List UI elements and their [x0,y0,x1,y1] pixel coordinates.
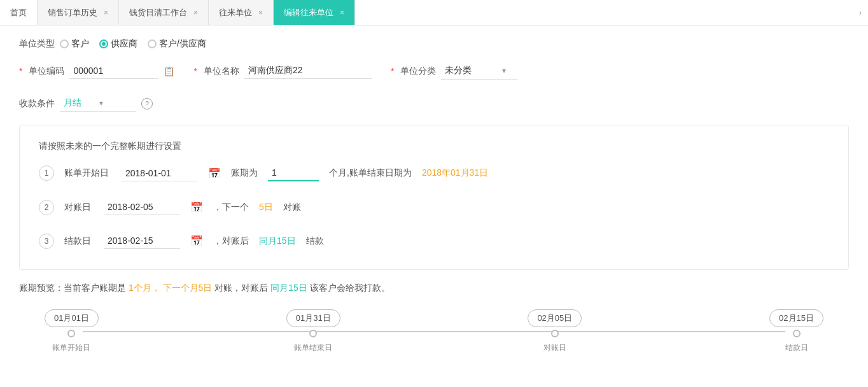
payment-value: 月结 [64,97,81,109]
setup-row-1: 1 账单开始日 📅 账期为 个月,账单结束日期为 2018年01月31日 [39,165,829,181]
unit-type-label: 单位类型 [19,38,55,50]
preview-part5: 该客户会给我打款。 [310,283,390,293]
timeline-dot-4 [793,330,801,337]
tab-partner-close[interactable]: × [258,8,263,17]
row-num-3: 3 [39,234,54,249]
preview-highlight-3: 同月15日 [270,283,307,293]
timeline-label-2: 账单结束日 [294,342,332,353]
timeline-line [83,331,785,332]
unit-code-input[interactable] [69,63,158,79]
row-num-1: 1 [39,165,54,181]
timeline-dot-2 [309,330,317,337]
unit-class-label: 单位分类 [400,66,436,77]
row1-period-input[interactable] [268,165,319,181]
radio-customer-label: 客户 [71,38,89,50]
unit-name-label: 单位名称 [204,66,239,77]
radio-supplier-label: 供应商 [111,38,137,50]
tab-more-arrow[interactable]: › [853,0,868,25]
row2-highlight: 5日 [259,202,273,213]
radio-customer-circle [60,39,69,48]
timeline-label-1: 账单开始日 [52,342,90,353]
chevron-right-icon: › [859,8,862,17]
unit-type-group: 单位类型 客户 供应商 客户/供应商 [19,38,206,50]
row3-calendar-icon[interactable]: 📅 [190,235,203,247]
row3-date-input[interactable] [104,233,180,249]
timeline-badge-3: 02月05日 [528,309,582,327]
setup-card: 请按照未来的一个完整帐期进行设置 1 账单开始日 📅 账期为 个月,账单结束日期… [19,125,849,270]
timeline-dot-3 [551,330,559,337]
setup-row-3: 3 结款日 📅 ，对账后 同月15日 结款 [39,233,829,249]
preview-highlight-2: 下一个月5日 [163,283,213,293]
unit-class-dropdown[interactable]: 未分类 ▾ [441,62,517,80]
unit-code-group: * 单位编码 📋 [19,63,174,79]
timeline-label-4: 结款日 [785,342,808,353]
payment-dropdown[interactable]: 月结 ▾ [60,95,136,112]
row1-end-date: 2018年01月31日 [422,167,488,179]
unit-code-label: 单位编码 [29,66,64,77]
timeline-badge-4: 02月15日 [769,309,823,327]
row3-suffix: 结款 [306,236,324,247]
row1-suffix: 个月,账单结束日期为 [329,167,412,179]
preview-part3: 对账，对账后 [214,283,268,293]
payment-group: 收款条件 月结 ▾ ? [19,95,153,112]
unit-class-value: 未分类 [445,65,472,76]
tab-cash-work-close[interactable]: × [193,8,198,17]
row3-prefix: ，对账后 [213,236,249,247]
setup-row-2: 2 对账日 📅 ，下一个 5日 对账 [39,199,829,215]
row2-date-input[interactable] [104,199,180,215]
unit-name-input[interactable] [244,63,372,79]
preview-highlight-1: 1个月， [129,283,160,293]
radio-both[interactable]: 客户/供应商 [148,38,206,50]
row-num-2: 2 [39,200,54,215]
radio-customer[interactable]: 客户 [60,38,89,50]
timeline-label-3: 对账日 [543,342,566,353]
row3-label: 结款日 [64,236,91,247]
payment-row: 收款条件 月结 ▾ ? [19,95,849,112]
payment-help-icon[interactable]: ? [141,98,153,109]
unit-type-row: 单位类型 客户 供应商 客户/供应商 [19,38,849,50]
chevron-down-icon: ▾ [502,66,506,75]
payment-chevron-icon: ▾ [99,99,103,108]
radio-supplier-circle [99,39,108,48]
row1-period-prefix: 账期为 [231,167,258,179]
tab-edit-partner-close[interactable]: × [340,8,344,17]
tab-sales-history-close[interactable]: × [104,8,108,17]
timeline-dot-1 [67,330,75,337]
row2-suffix: 对账 [283,202,301,213]
row3-highlight: 同月15日 [259,236,296,247]
tab-bar: 首页 销售订单历史 × 钱货日清工作台 × 往来单位 × 编辑往来单位 × › [0,0,868,25]
timeline-badge-2: 01月31日 [286,309,340,327]
row2-label: 对账日 [64,202,91,213]
tab-sales-history[interactable]: 销售订单历史 × [38,0,119,25]
row2-calendar-icon[interactable]: 📅 [190,201,203,213]
tab-edit-partner[interactable]: 编辑往来单位 × [274,0,355,25]
tab-home-label: 首页 [10,7,27,18]
radio-supplier[interactable]: 供应商 [99,38,137,50]
row2-prefix: ，下一个 [213,202,249,213]
timeline-section: 01月01日 账单开始日 01月31日 账单结束日 02月05日 对账日 02月… [19,309,849,366]
row1-date-input[interactable] [122,165,198,181]
tab-partner-label: 往来单位 [219,7,252,18]
tab-cash-work-label: 钱货日清工作台 [129,7,187,18]
tab-home[interactable]: 首页 [0,0,38,25]
row1-label: 账单开始日 [64,167,109,179]
unit-name-group: * 单位名称 [193,63,371,79]
copy-icon[interactable]: 📋 [164,66,174,76]
setup-description: 请按照未来的一个完整帐期进行设置 [39,141,829,152]
tab-cash-work[interactable]: 钱货日清工作台 × [119,0,209,25]
tab-partner[interactable]: 往来单位 × [209,0,274,25]
main-content: 单位类型 客户 供应商 客户/供应商 * 单位编码 [0,25,868,387]
unit-type-radios: 客户 供应商 客户/供应商 [60,38,206,50]
row1-calendar-icon[interactable]: 📅 [208,167,221,179]
preview-label: 账期预览：当前客户账期是 [19,283,126,293]
tab-sales-history-label: 销售订单历史 [48,7,97,18]
radio-both-label: 客户/供应商 [159,38,206,50]
unit-info-row: * 单位编码 📋 * 单位名称 * 单位分类 未分类 ▾ [19,62,849,80]
preview-section: 账期预览：当前客户账期是 1个月， 下一个月5日 对账，对账后 同月15日 该客… [19,283,849,294]
tab-edit-partner-label: 编辑往来单位 [284,7,333,18]
unit-class-group: * 单位分类 未分类 ▾ [391,62,517,80]
radio-both-circle [148,39,157,48]
payment-label: 收款条件 [19,98,55,109]
timeline-badge-1: 01月01日 [45,309,99,327]
